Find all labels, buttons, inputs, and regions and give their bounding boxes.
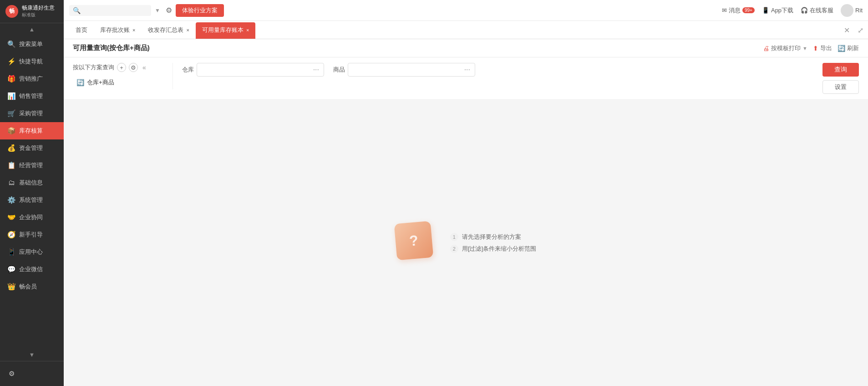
product-field: 商品 ··· [333, 63, 475, 77]
warehouse-input[interactable]: ··· [197, 63, 324, 77]
sidebar-item-system[interactable]: ⚙️ 系统管理 [0, 191, 64, 209]
online-service-btn[interactable]: 🎧 在线客服 [801, 6, 833, 15]
sidebar-item-marketing[interactable]: 🎁 营销推广 [0, 70, 64, 87]
sidebar-bottom: ⚙ [0, 361, 64, 386]
page-header-actions: 🖨 按模板打印 ▼ ⬆ 导出 🔄 刷新 [763, 44, 859, 52]
topbar-actions: ✉ 消息 99+ 📱 App下载 🎧 在线客服 Rit [722, 4, 863, 17]
tab-close-summary[interactable]: × [186, 27, 189, 33]
topbar: 🔍 ▼ ⚙ 体验行业方案 ✉ 消息 99+ 📱 App下载 🎧 在线客服 Rit [64, 0, 868, 21]
add-scheme-btn[interactable]: + [117, 63, 126, 72]
sales-icon: 📊 [7, 92, 15, 100]
search-dropdown-icon[interactable]: ▼ [155, 7, 160, 14]
sidebar-item-member[interactable]: 👑 畅会员 [0, 278, 64, 295]
sidebar-header: 畅 畅康通好生意 标准版 [0, 0, 64, 23]
mobile-icon: 📱 [762, 7, 769, 14]
sidebar: 畅 畅康通好生意 标准版 ▲ 🔍 搜索菜单 ⚡ 快捷导航 🎁 营销推广 📊 销售… [0, 0, 64, 386]
marketing-icon: 🎁 [7, 75, 15, 83]
wechat-icon: 💬 [7, 265, 15, 273]
product-more-icon[interactable]: ··· [464, 66, 470, 74]
user-avatar-btn[interactable]: Rit [841, 4, 863, 17]
purchase-icon: 🛒 [7, 109, 15, 118]
message-btn[interactable]: ✉ 消息 99+ [722, 6, 755, 15]
sidebar-app-subtitle: 标准版 [22, 12, 55, 18]
sidebar-item-newbie[interactable]: 🧭 新手引导 [0, 226, 64, 243]
inventory-icon: 📦 [7, 127, 15, 135]
collapse-scheme-btn[interactable]: « [142, 64, 146, 71]
filter-fields: 仓库 ··· 商品 ··· [173, 63, 813, 77]
scheme-item-warehouse-product[interactable]: 🔄 仓库+商品 [73, 76, 167, 89]
sidebar-item-inventory[interactable]: 📦 库存核算 [0, 122, 64, 139]
filter-action-area: 查询 设置 [813, 63, 859, 94]
query-button[interactable]: 查询 [822, 63, 859, 77]
refresh-btn[interactable]: 🔄 刷新 [838, 44, 859, 52]
filter-scheme-panel: 按以下方案查询 + ⚙ « 🔄 仓库+商品 [73, 63, 173, 89]
tab-home[interactable]: 首页 [69, 22, 94, 39]
search-input[interactable] [82, 7, 137, 14]
tab-summary[interactable]: 收发存汇总表× [142, 22, 195, 39]
avatar [841, 4, 853, 17]
app-download-btn[interactable]: 📱 App下载 [762, 6, 793, 15]
empty-state-inner: 1 请先选择要分析的方案 2 用[过滤]条件来缩小分析范围 [396, 222, 536, 263]
sidebar-item-settings[interactable]: ⚙ [0, 365, 64, 382]
search-box[interactable]: 🔍 [69, 5, 151, 16]
enterprise-icon: 🤝 [7, 213, 15, 221]
tab-available[interactable]: 可用量库存账本× [196, 22, 255, 39]
sidebar-item-shortcut[interactable]: ⚡ 快捷导航 [0, 53, 64, 70]
search-icon: 🔍 [7, 40, 15, 48]
filter-scheme-title: 按以下方案查询 + ⚙ « [73, 63, 167, 72]
tab-close-batch[interactable]: × [132, 27, 135, 33]
message-badge: 99+ [742, 7, 755, 13]
tab-batch[interactable]: 库存批次账× [94, 22, 142, 39]
print-icon: 🖨 [763, 45, 769, 52]
sidebar-item-operations[interactable]: 📋 经营管理 [0, 157, 64, 174]
tab-close-available[interactable]: × [246, 27, 249, 33]
export-btn[interactable]: ⬆ 导出 [813, 44, 832, 52]
sidebar-nav: 🔍 搜索菜单 ⚡ 快捷导航 🎁 营销推广 📊 销售管理 🛒 采购管理 📦 库存核… [0, 36, 64, 349]
sidebar-item-basic[interactable]: 🗂 基础信息 [0, 174, 64, 191]
sidebar-item-appstore[interactable]: 📱 应用中心 [0, 243, 64, 261]
empty-icon-box [396, 222, 437, 263]
newbie-icon: 🧭 [7, 231, 15, 239]
print-dropdown-icon[interactable]: ▼ [802, 46, 807, 51]
sidebar-scroll-down[interactable]: ▼ [0, 349, 64, 361]
search-icon: 🔍 [73, 7, 81, 14]
basic-icon: 🗂 [7, 179, 15, 187]
username-label: Rit [855, 7, 863, 14]
filter-row-1: 仓库 ··· 商品 ··· [182, 63, 813, 77]
refresh-icon: 🔄 [838, 45, 845, 52]
main-area: 🔍 ▼ ⚙ 体验行业方案 ✉ 消息 99+ 📱 App下载 🎧 在线客服 Rit [64, 0, 868, 386]
message-icon: ✉ [722, 7, 727, 14]
sidebar-logo: 畅 [5, 5, 18, 18]
sidebar-item-finance[interactable]: 💰 资金管理 [0, 139, 64, 157]
sidebar-item-enterprise[interactable]: 🤝 企业协同 [0, 209, 64, 226]
filter-area: 按以下方案查询 + ⚙ « 🔄 仓库+商品 仓库 · [64, 57, 868, 100]
tabbar: 首页库存批次账×收发存汇总表×可用量库存账本×✕ ⤢ [64, 21, 868, 39]
settings-button[interactable]: 设置 [822, 80, 859, 94]
operations-icon: 📋 [7, 161, 15, 170]
product-input[interactable]: ··· [348, 63, 475, 77]
warehouse-field: 仓库 ··· [182, 63, 324, 77]
sidebar-item-sales[interactable]: 📊 销售管理 [0, 87, 64, 105]
page-title: 可用量查询(按仓库+商品) [73, 44, 150, 52]
warehouse-more-icon[interactable]: ··· [313, 66, 319, 74]
scheme-item-icon: 🔄 [76, 79, 84, 86]
shortcut-icon: ⚡ [7, 57, 15, 66]
sidebar-scroll-up[interactable]: ▲ [0, 23, 64, 36]
empty-hint-2: 2 用[过滤]条件来缩小分析范围 [450, 245, 536, 253]
print-template-btn[interactable]: 🖨 按模板打印 ▼ [763, 44, 807, 52]
settings-scheme-btn[interactable]: ⚙ [129, 63, 138, 72]
page-header: 可用量查询(按仓库+商品) 🖨 按模板打印 ▼ ⬆ 导出 🔄 刷新 [64, 39, 868, 57]
tab-close-window-btn[interactable]: ✕ [844, 26, 850, 34]
sidebar-item-search[interactable]: 🔍 搜索菜单 [0, 36, 64, 53]
empty-hints: 1 请先选择要分析的方案 2 用[过滤]条件来缩小分析范围 [450, 233, 536, 253]
system-icon: ⚙️ [7, 196, 15, 204]
sidebar-item-wechat[interactable]: 💬 企业微信 [0, 261, 64, 278]
trial-btn[interactable]: 体验行业方案 [176, 4, 224, 17]
gear-icon[interactable]: ⚙ [166, 6, 172, 15]
empty-hint-1: 1 请先选择要分析的方案 [450, 233, 536, 241]
tab-expand-btn[interactable]: ⤢ [858, 26, 863, 34]
sidebar-item-purchase[interactable]: 🛒 采购管理 [0, 105, 64, 122]
page-content: 可用量查询(按仓库+商品) 🖨 按模板打印 ▼ ⬆ 导出 🔄 刷新 [64, 39, 868, 386]
service-icon: 🎧 [801, 7, 808, 14]
empty-robot-icon [394, 221, 434, 261]
